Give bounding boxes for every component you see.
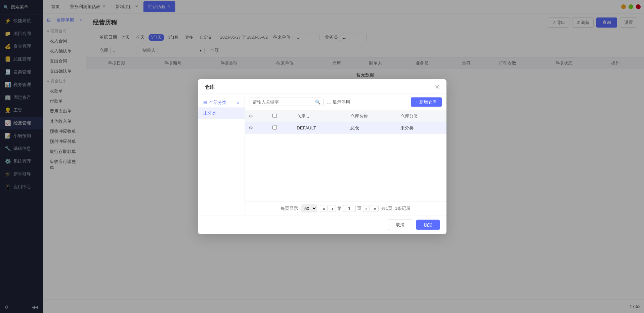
all-categories-item[interactable]: ⊞ 全部分类 «	[198, 97, 245, 107]
modal-page-size-select[interactable]: 50	[301, 204, 317, 212]
search-icon: 🔍	[315, 100, 320, 105]
modal-body: ⊞ 全部分类 « 未分类 🔍 显示停用 + 新增仓库	[198, 94, 446, 215]
modal-page-size-label: 每页显示	[281, 205, 298, 211]
modal-header: 仓库 ✕	[198, 79, 446, 94]
modal-table-wrap: ⚙仓库...仓库名称仓库分类 ⚙ DEFAULT 总仓 未分类	[245, 110, 446, 201]
modal-page-nav: « ‹ 第 页 › »	[320, 205, 379, 212]
modal-col-0[interactable]: ⚙	[245, 110, 268, 122]
modal-category-sidebar: ⊞ 全部分类 « 未分类	[198, 94, 245, 215]
show-disabled-checkbox[interactable]	[327, 100, 331, 104]
row-checkbox-0[interactable]	[268, 122, 293, 134]
modal-page-label: 第	[337, 205, 342, 211]
row-code-0: DEFAULT	[293, 122, 346, 134]
all-categories-label: 全部分类	[209, 99, 226, 105]
add-warehouse-button[interactable]: + 新增仓库	[411, 97, 441, 107]
show-disabled-label[interactable]: 显示停用	[327, 99, 350, 105]
warehouse-modal: 仓库 ✕ ⊞ 全部分类 « 未分类 🔍 显示停用 +	[198, 79, 446, 234]
confirm-button[interactable]: 确定	[416, 220, 440, 230]
modal-page-suffix: 页	[357, 205, 361, 211]
modal-col-1[interactable]	[268, 110, 293, 122]
modal-col-2: 仓库...	[293, 110, 346, 122]
modal-action-row: 取消 确定	[198, 215, 446, 234]
modal-search-wrap: 🔍	[250, 98, 324, 106]
cancel-button[interactable]: 取消	[388, 219, 412, 230]
apps-icon: ⊞	[203, 100, 207, 105]
modal-search-input[interactable]	[253, 100, 313, 105]
show-disabled-text: 显示停用	[333, 99, 350, 105]
modal-warehouse-table: ⚙仓库...仓库名称仓库分类 ⚙ DEFAULT 总仓 未分类	[245, 110, 446, 134]
row-settings-0[interactable]: ⚙	[245, 122, 268, 134]
modal-select-all-checkbox[interactable]	[272, 113, 277, 118]
modal-title: 仓库	[205, 84, 215, 90]
modal-main-content: 🔍 显示停用 + 新增仓库 ⚙仓库...仓库名称仓库分类 ⚙ DEFAULT 总…	[245, 94, 446, 215]
modal-col-3: 仓库名称	[346, 110, 396, 122]
modal-pagination-bar: 每页显示 50 « ‹ 第 页 › » 共1页, 1条记录	[245, 201, 446, 215]
modal-total-info: 共1页, 1条记录	[381, 205, 411, 211]
row-name-0: 总仓	[346, 122, 396, 134]
modal-toolbar: 🔍 显示停用 + 新增仓库	[245, 94, 446, 110]
modal-category-list: 未分类	[198, 107, 245, 119]
modal-page-input[interactable]	[343, 205, 356, 212]
collapse-category-icon: «	[237, 100, 239, 105]
modal-last-page-btn[interactable]: »	[371, 205, 379, 212]
row-category-0: 未分类	[396, 122, 446, 134]
modal-next-page-btn[interactable]: ›	[363, 205, 370, 212]
modal-close-button[interactable]: ✕	[435, 84, 440, 90]
modal-col-4: 仓库分类	[396, 110, 446, 122]
modal-category-0[interactable]: 未分类	[198, 107, 245, 119]
modal-table-row-0[interactable]: ⚙ DEFAULT 总仓 未分类	[245, 122, 446, 134]
modal-first-page-btn[interactable]: «	[320, 205, 328, 212]
modal-prev-page-btn[interactable]: ‹	[329, 205, 336, 212]
